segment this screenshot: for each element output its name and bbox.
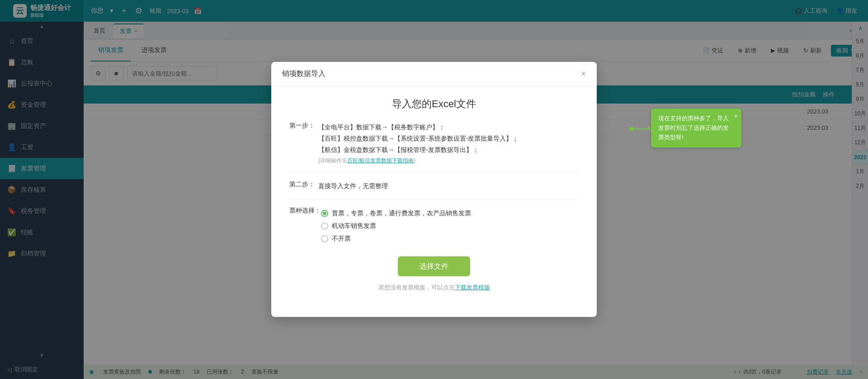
modal-close-button[interactable]: × (581, 69, 586, 79)
step1-label: 第一步： (289, 122, 318, 130)
modal-body: 导入您的Excel文件 第一步： 【全电平台】数据下载→【税务数字账户】； 【百… (271, 86, 597, 303)
step2-text: 直接导入文件，无需整理 (318, 180, 388, 192)
radio-normal[interactable]: 普票，专票，卷票，通行费发票，农产品销售发票 (321, 209, 471, 218)
step1-row: 第一步： 【全电平台】数据下载→【税务数字账户】； 【百旺】税控盘数据下载→【系… (289, 122, 579, 166)
radio-normal-label: 普票，专票，卷票，通行费发票，农产品销售发票 (332, 209, 471, 218)
radio-normal-circle (321, 210, 328, 217)
step1-line3: 【航信】金税盘数据下载→【报税管理-发票数据导出】； (318, 144, 519, 156)
modal-divider-1 (289, 173, 579, 173)
import-modal: 销项数据导入 × 导入您的Excel文件 第一步： 【全电平台】数据下载→【税务… (271, 62, 597, 317)
tooltip-bubble: × 现在支持的票种多了，导入发票时别忘了选择正确的发票类型呀! (651, 109, 741, 147)
modal-divider-2 (289, 199, 579, 199)
step1-guide-link[interactable]: 百旺/航信发票数据下载指南 (347, 157, 414, 163)
ticket-row: 票种选择： 普票，专票，卷票，通行费发票，农产品销售发票 机动车销售发票 不开票 (289, 207, 579, 246)
modal-big-title: 导入您的Excel文件 (289, 97, 579, 111)
step1-note-prefix: (详细操作见 (318, 157, 347, 163)
step1-content: 【全电平台】数据下载→【税务数字账户】； 【百旺】税控盘数据下载→【系统设置-系… (318, 122, 519, 166)
radio-no-invoice-circle (321, 235, 328, 242)
tooltip-text: 现在支持的票种多了，导入发票时别忘了选择正确的发票类型呀! (658, 115, 729, 141)
radio-no-invoice-label: 不开票 (332, 235, 351, 243)
select-file-button[interactable]: 选择文件 (398, 256, 470, 276)
step1-note: (详细操作见百旺/航信发票数据下载指南) (318, 156, 519, 166)
template-note-prefix: 若您没有发票模版，可以点击 (378, 284, 455, 291)
radio-motor-label: 机动车销售发票 (332, 222, 376, 230)
step2-label: 第二步： (289, 180, 318, 189)
ticket-label: 票种选择： (289, 207, 321, 215)
download-template-link[interactable]: 下载发票模版 (455, 284, 490, 291)
radio-motor-circle (321, 223, 328, 230)
step2-row: 第二步： 直接导入文件，无需整理 (289, 180, 579, 192)
radio-motor[interactable]: 机动车销售发票 (321, 222, 471, 230)
tooltip-connector-dot (629, 127, 634, 131)
tooltip-close-button[interactable]: × (734, 111, 738, 121)
modal-title: 销项数据导入 (282, 69, 326, 79)
step1-line1: 【全电平台】数据下载→【税务数字账户】； (318, 122, 519, 133)
template-note: 若您没有发票模版，可以点击下载发票模版 (289, 284, 579, 292)
ticket-radio-group: 普票，专票，卷票，通行费发票，农产品销售发票 机动车销售发票 不开票 (321, 209, 471, 243)
radio-no-invoice[interactable]: 不开票 (321, 235, 471, 243)
modal-header: 销项数据导入 × (271, 62, 597, 86)
step1-line2: 【百旺】税控盘数据下载→【系统设置-系统参数设置-发票批量导入】； (318, 133, 519, 144)
